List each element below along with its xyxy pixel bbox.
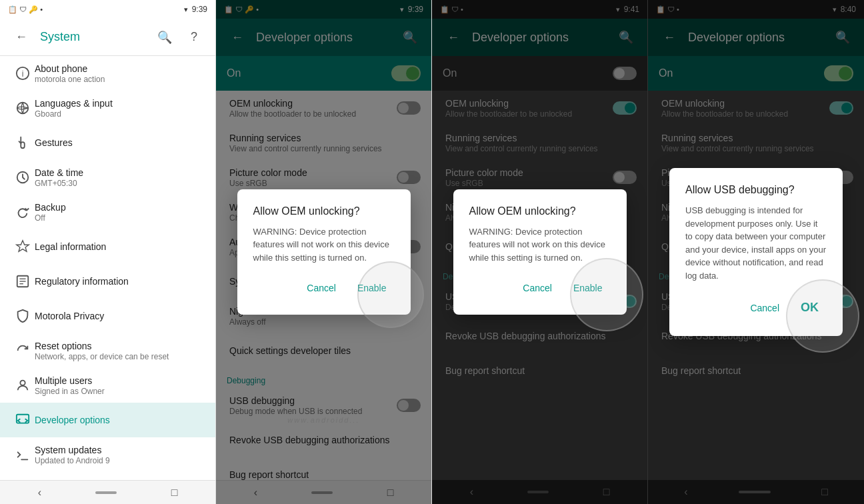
settings-item-reset[interactable]: Reset options Network, apps, or device c… (0, 333, 215, 368)
system-settings-panel: 📋 🛡 🔑 • ▾ 9:39 ← System 🔍 ? i About phon… (0, 0, 216, 504)
usb-cancel-button[interactable]: Cancel (742, 295, 787, 320)
languages-icon (11, 101, 35, 115)
oem-dialog-body-dark: WARNING: Device protection features will… (469, 225, 611, 265)
datetime-icon (11, 170, 35, 185)
help-button-left[interactable]: ? (183, 27, 205, 48)
regulatory-text: Regulatory information (35, 276, 205, 287)
languages-subtitle: Gboard (35, 109, 205, 119)
datetime-text: Date & time GMT+05:30 (35, 167, 205, 188)
about-title: About phone (35, 63, 205, 74)
oem-dialog-overlay-dark: Allow OEM unlocking? WARNING: Device pro… (432, 0, 647, 504)
backup-title: Backup (35, 202, 205, 213)
svg-rect-3 (21, 142, 25, 148)
languages-text: Languages & input Gboard (35, 98, 205, 119)
nav-bar-left: ‹ □ (0, 480, 215, 504)
search-icon-left: 🔍 (157, 30, 172, 45)
legal-text: Legal information (35, 241, 205, 252)
regulatory-icon (11, 274, 35, 289)
oem-enable-button[interactable]: Enable (349, 277, 395, 299)
svg-point-9 (20, 381, 25, 385)
about-subtitle: motorola one action (35, 75, 205, 84)
usb-ok-button[interactable]: OK (793, 295, 827, 320)
nav-back-left[interactable]: ‹ (38, 487, 41, 499)
status-bar-left: 📋 🛡 🔑 • ▾ 9:39 (0, 0, 215, 19)
datetime-title: Date & time (35, 167, 205, 178)
settings-item-developer[interactable]: Developer options (0, 403, 215, 437)
developer-panel-right: 📋 🛡 • ▾ 8:40 ← Developer options 🔍 On OE… (648, 0, 864, 504)
oem-dialog-title: Allow OEM unlocking? (253, 205, 395, 217)
updates-icon (11, 447, 35, 462)
settings-list-left: i About phone motorola one action Langua… (0, 56, 215, 480)
gestures-title: Gestures (35, 137, 205, 148)
backup-text: Backup Off (35, 202, 205, 223)
reset-subtitle: Network, apps, or device can be reset (35, 352, 205, 361)
settings-item-users[interactable]: Multiple users Signed in as Owner (0, 368, 215, 403)
languages-title: Languages & input (35, 98, 205, 109)
oem-dialog-actions: Cancel Enable (253, 277, 395, 299)
search-button-left[interactable]: 🔍 (154, 27, 175, 48)
oem-dialog-dark: Allow OEM unlocking? WARNING: Device pro… (453, 189, 627, 315)
developer-icon (11, 413, 35, 427)
developer-text: Developer options (35, 415, 205, 425)
notification-icons: 📋 🛡 🔑 • (8, 5, 43, 14)
reset-text: Reset options Network, apps, or device c… (35, 341, 205, 361)
oem-cancel-button[interactable]: Cancel (299, 277, 344, 299)
oem-dialog-overlay: Allow OEM unlocking? WARNING: Device pro… (216, 0, 431, 504)
oem-enable-button-dark[interactable]: Enable (565, 277, 611, 299)
users-title: Multiple users (35, 375, 205, 386)
legal-icon (11, 239, 35, 254)
back-button-left[interactable]: ← (11, 27, 32, 48)
developer-panel-mid: 📋 🛡 🔑 • ▾ 9:39 ← Developer options 🔍 On … (216, 0, 432, 504)
usb-dialog-actions: Cancel OK (685, 295, 827, 320)
about-text: About phone motorola one action (35, 63, 205, 84)
legal-title: Legal information (35, 241, 205, 252)
help-icon-left: ? (191, 30, 197, 44)
usb-dialog: Allow USB debugging? USB debugging is in… (669, 168, 843, 336)
settings-item-legal[interactable]: Legal information (0, 229, 215, 264)
settings-item-backup[interactable]: Backup Off (0, 195, 215, 229)
nav-home-left[interactable] (95, 491, 117, 494)
oem-cancel-button-dark[interactable]: Cancel (515, 277, 560, 299)
gestures-text: Gestures (35, 137, 205, 148)
settings-item-about-phone[interactable]: i About phone motorola one action (0, 56, 215, 91)
settings-item-datetime[interactable]: Date & time GMT+05:30 (0, 160, 215, 195)
developer-panel-dark: 📋 🛡 • ▾ 9:41 ← Developer options 🔍 On OE… (432, 0, 648, 504)
updates-text: System updates Updated to Android 9 (35, 445, 205, 465)
gestures-icon (11, 135, 35, 150)
nav-recents-left[interactable]: □ (171, 487, 178, 499)
updates-title: System updates (35, 445, 205, 455)
backup-icon (11, 205, 35, 219)
status-icons-left: 📋 🛡 🔑 • (8, 5, 43, 14)
oem-dialog: Allow OEM unlocking? WARNING: Device pro… (237, 189, 411, 315)
reset-title: Reset options (35, 341, 205, 351)
about-icon: i (11, 66, 35, 81)
settings-item-gestures[interactable]: Gestures (0, 125, 215, 160)
users-text: Multiple users Signed in as Owner (35, 375, 205, 396)
datetime-subtitle: GMT+05:30 (35, 179, 205, 188)
settings-item-languages[interactable]: Languages & input Gboard (0, 91, 215, 125)
svg-text:i: i (22, 69, 24, 79)
privacy-text: Motorola Privacy (35, 311, 205, 321)
users-subtitle: Signed in as Owner (35, 387, 205, 396)
backup-subtitle: Off (35, 213, 205, 223)
settings-item-regulatory[interactable]: Regulatory information (0, 264, 215, 299)
oem-dialog-body: WARNING: Device protection features will… (253, 225, 395, 265)
usb-dialog-title: Allow USB debugging? (685, 184, 827, 196)
back-icon-left: ← (15, 30, 27, 44)
page-title-left: System (40, 30, 146, 44)
privacy-title: Motorola Privacy (35, 311, 205, 321)
users-icon (11, 378, 35, 393)
toolbar-left: ← System 🔍 ? (0, 19, 215, 56)
oem-dialog-title-dark: Allow OEM unlocking? (469, 205, 611, 217)
oem-dialog-actions-dark: Cancel Enable (469, 277, 611, 299)
usb-dialog-body: USB debugging is intended for developmen… (685, 204, 827, 282)
updates-subtitle: Updated to Android 9 (35, 456, 205, 465)
settings-item-privacy[interactable]: Motorola Privacy (0, 299, 215, 333)
privacy-icon (11, 309, 35, 323)
time-left: 9:39 (192, 5, 207, 14)
settings-item-updates[interactable]: System updates Updated to Android 9 (0, 437, 215, 472)
usb-dialog-overlay: Allow USB debugging? USB debugging is in… (648, 0, 864, 504)
developer-title: Developer options (35, 415, 205, 425)
wifi-icon: ▾ (184, 5, 188, 14)
regulatory-title: Regulatory information (35, 276, 205, 287)
